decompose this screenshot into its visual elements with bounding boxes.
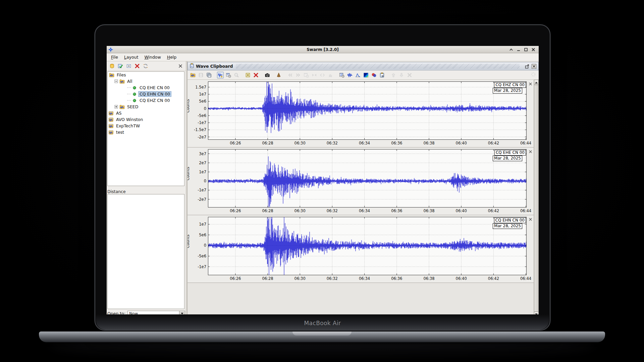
- scroll-forward-button[interactable]: [295, 72, 302, 78]
- move-down-button[interactable]: [398, 72, 405, 78]
- open-file-icon: [190, 72, 196, 78]
- tree-item-as[interactable]: AS: [108, 110, 184, 116]
- tree-item-files[interactable]: Files: [108, 72, 184, 78]
- screen: Swarm [3.2.0] FileLayoutWindowHelp Files…: [107, 46, 539, 317]
- tree-item-label: CQ EHZ CN 00: [139, 98, 171, 103]
- collapse-window-button[interactable]: [508, 47, 514, 52]
- remove-all-icon: [253, 72, 259, 78]
- throbber-gear-icon: [531, 72, 536, 78]
- close-wave-button[interactable]: [528, 81, 533, 86]
- edit-check-button[interactable]: [117, 63, 124, 69]
- x-tick-label: 06:30: [292, 208, 308, 213]
- compress-time-button[interactable]: [311, 72, 318, 78]
- pick-mode-button[interactable]: [275, 72, 282, 78]
- open-file-button[interactable]: [190, 72, 196, 78]
- x-tick-label: 06:40: [453, 141, 469, 145]
- wave-panel-1[interactable]: Counts1.5e71e75e60-5e6-1e7-1.5e7-2e706:2…: [187, 80, 534, 147]
- seismogram-plot[interactable]: CQ EHZ CN 00Mar 28, 2025: [208, 81, 527, 140]
- tree-item-label: Files: [116, 72, 127, 77]
- seismogram-plot[interactable]: CQ EHE CN 00Mar 28, 2025: [208, 149, 527, 207]
- y-axis-label: Counts: [187, 243, 190, 248]
- x-tick-label: 06:34: [357, 208, 372, 213]
- clock-calendar-button[interactable]: [225, 72, 232, 78]
- tree-item-test[interactable]: test: [108, 129, 184, 135]
- spectrogram-view-button[interactable]: [363, 72, 369, 78]
- handle-plus-icon[interactable]: [114, 105, 118, 109]
- vertical-scrollbar[interactable]: [534, 80, 539, 317]
- expand-time-button[interactable]: [319, 72, 326, 78]
- y-tick-label: -1e7: [192, 120, 206, 125]
- y-tick-label: 1e7: [192, 222, 206, 227]
- date-label: Mar 28, 2025: [493, 88, 522, 94]
- move-up-button[interactable]: [390, 72, 397, 78]
- window-controls: [508, 47, 536, 52]
- detach-frame-button[interactable]: [524, 63, 530, 69]
- refresh-button[interactable]: [142, 63, 149, 69]
- collapse-all-icon: [126, 63, 131, 69]
- scroll-thumb[interactable]: [534, 85, 539, 312]
- app-content: FilesAllCQ EHE CN 00CQ EHN CN 00CQ EHZ C…: [107, 61, 539, 317]
- chooser-close-button[interactable]: [177, 63, 184, 69]
- y-tick-label: -1.5e7: [192, 127, 206, 132]
- tree-item-seed[interactable]: SEED: [108, 104, 184, 110]
- y-tick-label: -2e7: [192, 197, 206, 202]
- last-time-button[interactable]: [327, 72, 334, 78]
- collapse-all-button[interactable]: [125, 63, 132, 69]
- delete-source-button[interactable]: [134, 63, 141, 69]
- handle-minus-icon[interactable]: [114, 79, 118, 83]
- x-tick-label: 06:28: [260, 208, 275, 213]
- spectra-view-button[interactable]: [355, 72, 361, 78]
- tree-item-avo-winston[interactable]: AVO Winston: [108, 116, 184, 123]
- x-tick-label: 06:26: [228, 208, 243, 213]
- remove-wave-button[interactable]: [406, 72, 413, 78]
- wave-panel-2[interactable]: Counts3e72e71e70-1e7-2e706:2606:2806:300…: [187, 147, 534, 215]
- close-window-button[interactable]: [531, 47, 536, 52]
- scroll-up-button[interactable]: [534, 80, 539, 85]
- menu-help[interactable]: Help: [164, 54, 180, 61]
- maximize-window-button[interactable]: [523, 47, 529, 52]
- clipboard-icon: [189, 63, 195, 70]
- tree-item-all[interactable]: All: [108, 78, 184, 84]
- tree-item-cq-ehn-cn-00[interactable]: CQ EHN CN 00: [108, 91, 184, 97]
- seismogram-plot[interactable]: CQ EHN CN 00Mar 28, 2025: [208, 217, 527, 275]
- minimize-window-button[interactable]: [516, 47, 521, 52]
- x-tick-label: 06:34: [357, 276, 372, 281]
- y-tick-label: -5e6: [192, 113, 206, 118]
- time-settings-button[interactable]: [338, 72, 345, 78]
- copy-clipboard-button[interactable]: [379, 72, 385, 78]
- wave-clipboard-header[interactable]: Wave Clipboard: [187, 62, 539, 70]
- wave-panel-3[interactable]: Counts1e75e60-5e6-1e706:2606:2806:3006:3…: [187, 215, 534, 283]
- save-all-button[interactable]: [206, 72, 212, 78]
- data-chooser-toolbar: [107, 62, 186, 71]
- close-wave-button[interactable]: [528, 149, 533, 154]
- tree-item-cq-ehe-cn-00[interactable]: CQ EHE CN 00: [108, 84, 184, 91]
- server-wave-icon: [108, 123, 114, 129]
- close-frame-button[interactable]: [531, 63, 537, 69]
- remove-wave-icon: [407, 72, 412, 78]
- scroll-back-button[interactable]: [287, 72, 293, 78]
- sync-channels-button[interactable]: [217, 72, 224, 78]
- menu-window[interactable]: Window: [141, 54, 164, 61]
- x-tick-label: 06:42: [486, 208, 501, 213]
- y-tick-label: 0: [192, 179, 206, 183]
- close-wave-button[interactable]: [528, 217, 533, 222]
- pick-mode-icon: [276, 72, 281, 78]
- tree-item-exptechtw[interactable]: ExpTechTW: [108, 123, 184, 129]
- remove-all-button[interactable]: [253, 72, 259, 78]
- menu-layout[interactable]: Layout: [121, 54, 142, 61]
- particle-motion-button[interactable]: [371, 72, 377, 78]
- goto-time-icon: [234, 72, 239, 78]
- expand-gold-button[interactable]: [245, 72, 251, 78]
- save-button[interactable]: [198, 72, 204, 78]
- history-time-button[interactable]: [303, 72, 310, 78]
- menu-file[interactable]: File: [108, 54, 121, 61]
- data-source-button[interactable]: [109, 63, 115, 69]
- tree-item-cq-ehz-cn-00[interactable]: CQ EHZ CN 00: [108, 97, 184, 104]
- wave-view-button[interactable]: [346, 72, 353, 78]
- goto-time-button[interactable]: [233, 72, 240, 78]
- capture-image-button[interactable]: [264, 72, 271, 78]
- tree-item-label: CQ EHN CN 00: [139, 92, 171, 97]
- data-source-icon: [109, 63, 115, 69]
- server-wave-icon: [108, 117, 114, 122]
- compress-time-icon: [312, 72, 317, 78]
